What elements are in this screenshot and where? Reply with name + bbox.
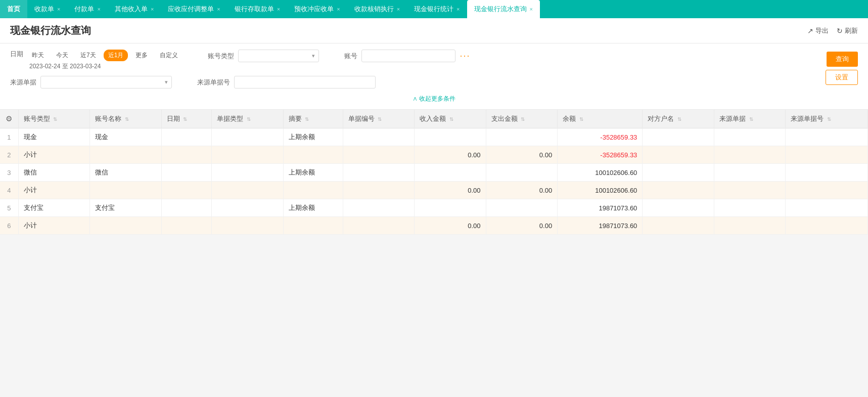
date-btn-7days[interactable]: 近7天 bbox=[76, 50, 101, 61]
cell-date bbox=[161, 128, 212, 146]
th-account-type[interactable]: 账号类型 ⇅ bbox=[18, 110, 90, 128]
cell-doc-type bbox=[212, 199, 284, 217]
data-table: ⚙ 账号类型 ⇅ 账号名称 ⇅ 日期 ⇅ 单据类型 ⇅ bbox=[0, 110, 868, 235]
refresh-button[interactable]: ↻ 刷新 bbox=[837, 26, 858, 35]
th-doc-type[interactable]: 单据类型 ⇅ bbox=[212, 110, 284, 128]
cell-account-name bbox=[90, 146, 162, 164]
date-label: 日期 bbox=[10, 50, 23, 59]
cell-account-name: 微信 bbox=[90, 164, 162, 182]
date-btn-today[interactable]: 今天 bbox=[52, 50, 73, 61]
source-doc-select-wrapper bbox=[40, 76, 172, 89]
close-icon[interactable]: × bbox=[217, 0, 220, 18]
settings-button[interactable]: 设置 bbox=[826, 70, 858, 85]
cell-balance: 19871073.60 bbox=[558, 217, 643, 235]
nav-tab-7[interactable]: 现金银行统计 × bbox=[407, 0, 467, 18]
account-type-label: 账号类型 bbox=[208, 52, 234, 61]
sort-icon: ⇅ bbox=[827, 116, 831, 122]
cell-doc-no bbox=[343, 164, 415, 182]
filter-area: 日期 昨天 今天 近7天 近1月 更多 自定义 2023-02-24 至 202… bbox=[0, 43, 868, 110]
cell-account-name: 现金 bbox=[90, 128, 162, 146]
cell-income bbox=[415, 164, 486, 182]
date-btn-1month[interactable]: 近1月 bbox=[104, 50, 128, 61]
cell-date bbox=[161, 217, 212, 235]
cell-date bbox=[161, 146, 212, 164]
close-icon[interactable]: × bbox=[277, 0, 280, 18]
cell-counterparty bbox=[643, 146, 714, 164]
cell-income bbox=[415, 128, 486, 146]
date-range: 2023-02-24 至 2023-03-24 bbox=[29, 62, 182, 71]
cell-summary bbox=[283, 146, 343, 164]
close-icon[interactable]: × bbox=[151, 0, 154, 18]
date-btn-custom[interactable]: 自定义 bbox=[155, 50, 182, 61]
source-doc-select[interactable] bbox=[40, 76, 172, 89]
cell-account-type: 小计 bbox=[18, 146, 90, 164]
nav-tab-6[interactable]: 收款核销执行 × bbox=[347, 0, 407, 18]
export-button[interactable]: ↗ 导出 bbox=[807, 26, 829, 35]
th-counterparty[interactable]: 对方户名 ⇅ bbox=[643, 110, 714, 128]
account-dots-button[interactable]: ··· bbox=[460, 51, 470, 61]
nav-tab-5[interactable]: 预收冲应收单 × bbox=[287, 0, 347, 18]
th-summary[interactable]: 摘要 ⇅ bbox=[283, 110, 343, 128]
th-settings[interactable]: ⚙ bbox=[0, 110, 18, 128]
date-btn-yesterday[interactable]: 昨天 bbox=[27, 50, 49, 61]
table-row: 4 小计 0.00 0.00 100102606.60 bbox=[0, 182, 868, 199]
cell-balance: 100102606.60 bbox=[558, 182, 643, 199]
close-icon[interactable]: × bbox=[456, 0, 460, 18]
table-row: 2 小计 0.00 0.00 -3528659.33 bbox=[0, 146, 868, 164]
cell-account-name bbox=[90, 182, 162, 199]
close-icon[interactable]: × bbox=[337, 0, 340, 18]
th-source-doc[interactable]: 来源单据 ⇅ bbox=[714, 110, 786, 128]
th-source-doc-no[interactable]: 来源单据号 ⇅ bbox=[786, 110, 868, 128]
th-balance[interactable]: 余额 ⇅ bbox=[558, 110, 643, 128]
source-doc-no-label: 来源单据号 bbox=[197, 78, 230, 87]
cell-doc-no bbox=[343, 199, 415, 217]
th-date[interactable]: 日期 ⇅ bbox=[161, 110, 212, 128]
collapse-bar[interactable]: ∧ 收起更多条件 bbox=[10, 93, 858, 103]
close-icon[interactable]: × bbox=[57, 0, 60, 18]
close-icon[interactable]: × bbox=[97, 0, 100, 18]
cell-source-doc-no bbox=[786, 217, 868, 235]
th-expense[interactable]: 支出金额 ⇅ bbox=[486, 110, 558, 128]
table-row: 5 支付宝 支付宝 上期余额 19871073.60 bbox=[0, 199, 868, 217]
cell-doc-no bbox=[343, 182, 415, 199]
th-doc-no[interactable]: 单据编号 ⇅ bbox=[343, 110, 415, 128]
account-input[interactable] bbox=[361, 50, 455, 62]
cell-income: 0.00 bbox=[415, 182, 486, 199]
date-btn-more[interactable]: 更多 bbox=[131, 50, 152, 61]
table-row: 3 微信 微信 上期余额 100102606.60 bbox=[0, 164, 868, 182]
nav-tab-1[interactable]: 付款单 × bbox=[67, 0, 107, 18]
cell-account-type: 小计 bbox=[18, 217, 90, 235]
source-doc-no-input[interactable] bbox=[234, 76, 376, 89]
cell-account-type: 支付宝 bbox=[18, 199, 90, 217]
cell-counterparty bbox=[643, 199, 714, 217]
th-account-name[interactable]: 账号名称 ⇅ bbox=[90, 110, 162, 128]
cell-doc-no bbox=[343, 217, 415, 235]
nav-tab-8[interactable]: 现金银行流水查询 × bbox=[467, 0, 540, 18]
cell-expense: 0.00 bbox=[486, 217, 558, 235]
nav-tab-2[interactable]: 其他收入单 × bbox=[108, 0, 161, 18]
cell-index: 2 bbox=[0, 146, 18, 164]
sort-icon: ⇅ bbox=[378, 116, 382, 122]
nav-tab-0[interactable]: 收款单 × bbox=[27, 0, 67, 18]
table-wrapper: ⚙ 账号类型 ⇅ 账号名称 ⇅ 日期 ⇅ 单据类型 ⇅ bbox=[0, 110, 868, 235]
nav-tab-4[interactable]: 银行存取款单 × bbox=[227, 0, 287, 18]
cell-summary: 上期余额 bbox=[283, 128, 343, 146]
cell-doc-no bbox=[343, 128, 415, 146]
close-icon[interactable]: × bbox=[397, 0, 400, 18]
cell-expense bbox=[486, 128, 558, 146]
sort-icon: ⇅ bbox=[305, 116, 309, 122]
sort-icon: ⇅ bbox=[521, 116, 525, 122]
th-income[interactable]: 收入金额 ⇅ bbox=[415, 110, 486, 128]
nav-tab-3[interactable]: 应收应付调整单 × bbox=[161, 0, 227, 18]
table-row: 1 现金 现金 上期余额 -3528659.33 bbox=[0, 128, 868, 146]
gear-icon[interactable]: ⚙ bbox=[6, 114, 12, 123]
account-type-select[interactable] bbox=[238, 50, 319, 62]
nav-home[interactable]: 首页 bbox=[0, 0, 27, 18]
close-icon[interactable]: × bbox=[530, 0, 533, 18]
sort-icon: ⇅ bbox=[125, 116, 129, 122]
cell-counterparty bbox=[643, 128, 714, 146]
cell-summary bbox=[283, 217, 343, 235]
query-button[interactable]: 查询 bbox=[827, 52, 858, 67]
cell-doc-type bbox=[212, 182, 284, 199]
sort-icon: ⇅ bbox=[449, 116, 453, 122]
